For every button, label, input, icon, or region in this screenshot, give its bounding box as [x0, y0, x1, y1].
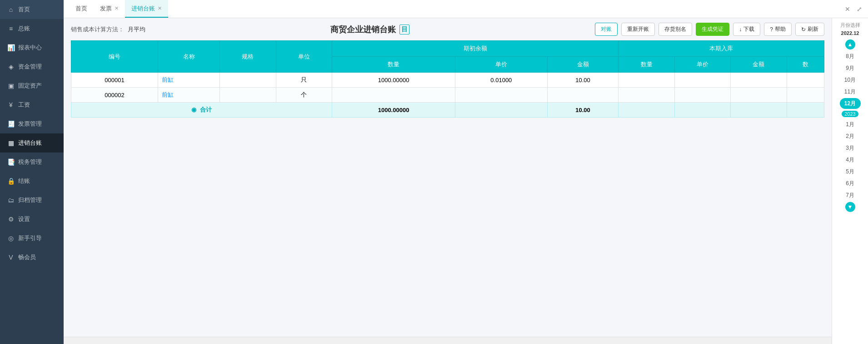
year-badge-2023: 2023: [842, 111, 858, 117]
cell-in-qty-1: [619, 73, 674, 88]
refresh-label: 刷新: [808, 25, 818, 33]
row-1-name-link[interactable]: 前缸: [162, 76, 174, 83]
ledger-icon: ≡: [7, 25, 15, 32]
toolbar-right: 对账 重新开账 存货别名 生成凭证 ↓ 下载 ? 帮助 ↻ 刷新: [595, 23, 824, 36]
total-icon: ◉: [191, 106, 196, 113]
archive-icon: 🗂: [7, 197, 15, 204]
tab-invoice-close[interactable]: ✕: [115, 6, 119, 11]
cell-init-price-1: 0.01000: [455, 73, 548, 88]
col-header-in-qty: 数量: [619, 57, 674, 73]
reopen-button[interactable]: 重新开账: [621, 23, 655, 36]
table-header-row-1: 编号 名称 规格 单位 期初余额 本期入库: [71, 41, 824, 57]
sidebar-label-guide: 新手引导: [18, 234, 42, 242]
month-item-9[interactable]: 9月: [840, 63, 861, 74]
cost-method-info: 销售成本计算方法： 月平均: [71, 25, 145, 34]
month-item-3[interactable]: 3月: [840, 143, 861, 153]
bottom-scrollbar[interactable]: [64, 337, 832, 344]
cell-unit-2: 个: [276, 88, 332, 103]
col-header-init-qty: 数量: [332, 57, 455, 73]
compare-button[interactable]: 对账: [595, 23, 618, 36]
cost-method-label: 销售成本计算方法：: [71, 26, 124, 33]
page-content: 销售成本计算方法： 月平均 商贸企业进销台账 目 对账 重新开账 存货别名 生成…: [64, 18, 868, 344]
month-nav-down[interactable]: ▼: [845, 202, 855, 212]
sidebar-label-settings: 设置: [18, 215, 30, 223]
col-header-unit: 单位: [276, 41, 332, 73]
tab-home[interactable]: 首页: [69, 0, 94, 18]
home-icon: ⌂: [7, 6, 15, 13]
cell-name-2: 前缸: [158, 88, 220, 103]
close-window-button[interactable]: ✕: [843, 5, 852, 13]
sidebar-item-vip[interactable]: V 畅会员: [0, 248, 64, 267]
save-alias-button[interactable]: 存货别名: [658, 23, 692, 36]
main-content: 首页 发票 ✕ 进销台账 ✕ ✕ ⤢ 销售成本计算方法： 月平均 商贸企业进销台…: [64, 0, 868, 344]
sidebar-item-archive-mgmt[interactable]: 🗂 归档管理: [0, 191, 64, 210]
download-label: 下载: [743, 25, 754, 33]
month-item-10[interactable]: 10月: [840, 74, 861, 85]
col-header-period-in: 本期入库: [619, 41, 824, 57]
maximize-window-button[interactable]: ⤢: [855, 5, 863, 13]
sidebar-label-home: 首页: [18, 5, 30, 14]
sidebar: ⌂ 首页 ≡ 总账 📊 报表中心 ◈ 资金管理 ▣ 固定资产 ¥ 工资 🧾 发票…: [0, 0, 64, 344]
row-2-name-link[interactable]: 前缸: [162, 91, 174, 98]
sidebar-item-purchase-sales[interactable]: ▦ 进销台账: [0, 133, 64, 152]
month-nav-up[interactable]: ▲: [845, 39, 855, 49]
sidebar-label-close-accounts: 结账: [18, 177, 30, 185]
cell-init-qty-2: [332, 88, 455, 103]
invoice-mgmt-icon: 🧾: [7, 120, 15, 128]
page-title-text: 商贸企业进销台账: [330, 24, 396, 35]
sidebar-item-close-accounts[interactable]: 🔒 结账: [0, 172, 64, 191]
total-in-price: [674, 103, 730, 118]
total-in-qty: [619, 103, 674, 118]
refresh-button[interactable]: ↻ 刷新: [795, 23, 824, 36]
tab-invoice[interactable]: 发票 ✕: [94, 0, 125, 18]
sidebar-label-funds: 资金管理: [18, 63, 42, 71]
sidebar-item-settings[interactable]: ⚙ 设置: [0, 210, 64, 229]
month-item-1[interactable]: 1月: [840, 119, 861, 130]
tab-purchase-sales[interactable]: 进销台账 ✕: [125, 0, 168, 18]
cell-in-extra-2: [787, 88, 824, 103]
table-wrapper: 编号 名称 规格 单位 期初余额 本期入库 数量 单价 金额 数量: [64, 40, 832, 337]
col-header-period-initial: 期初余额: [332, 41, 618, 57]
month-item-6[interactable]: 6月: [840, 178, 861, 189]
sidebar-item-guide[interactable]: ◎ 新手引导: [0, 229, 64, 248]
cell-in-amount-2: [731, 88, 787, 103]
cell-unit-1: 只: [276, 73, 332, 88]
table-row: 000002 前缸 个: [71, 88, 824, 103]
month-item-11[interactable]: 11月: [840, 86, 861, 97]
tax-icon: 📑: [7, 158, 15, 166]
download-icon: ↓: [739, 26, 742, 33]
month-item-5[interactable]: 5月: [840, 166, 861, 177]
month-item-7[interactable]: 7月: [840, 190, 861, 201]
col-header-init-amount: 金额: [547, 57, 619, 73]
tab-purchase-sales-close[interactable]: ✕: [158, 6, 162, 11]
sidebar-item-home[interactable]: ⌂ 首页: [0, 0, 64, 19]
sidebar-label-salary: 工资: [18, 101, 30, 109]
col-header-in-price: 单价: [674, 57, 730, 73]
col-header-init-price: 单价: [455, 57, 548, 73]
settings-icon: ⚙: [7, 216, 15, 223]
sidebar-label-fixed-assets: 固定资产: [18, 82, 42, 90]
cell-in-qty-2: [619, 88, 674, 103]
sidebar-item-reports[interactable]: 📊 报表中心: [0, 38, 64, 57]
month-item-4[interactable]: 4月: [840, 154, 861, 165]
tab-home-label: 首页: [75, 5, 87, 13]
center-panel: 销售成本计算方法： 月平均 商贸企业进销台账 目 对账 重新开账 存货别名 生成…: [64, 18, 832, 344]
sidebar-item-fixed-assets[interactable]: ▣ 固定资产: [0, 76, 64, 95]
month-item-12[interactable]: 12月: [840, 98, 861, 109]
month-item-2[interactable]: 2月: [840, 131, 861, 142]
help-button[interactable]: ? 帮助: [764, 23, 792, 36]
sidebar-item-salary[interactable]: ¥ 工资: [0, 95, 64, 114]
sidebar-item-tax-mgmt[interactable]: 📑 税务管理: [0, 152, 64, 172]
month-item-8[interactable]: 8月: [840, 51, 861, 62]
generate-voucher-button[interactable]: 生成凭证: [696, 23, 729, 36]
download-button[interactable]: ↓ 下载: [733, 23, 760, 36]
table-row: 000001 前缸 只 1000.00000 0.01000 10.00: [71, 73, 824, 88]
sidebar-item-general-ledger[interactable]: ≡ 总账: [0, 19, 64, 38]
cell-id-2: 000002: [71, 88, 158, 103]
cell-spec-2: [220, 88, 276, 103]
close-accounts-icon: 🔒: [7, 177, 15, 185]
sidebar-item-funds[interactable]: ◈ 资金管理: [0, 57, 64, 76]
sidebar-item-invoice-mgmt[interactable]: 🧾 发票管理: [0, 114, 64, 133]
total-in-amount: [731, 103, 787, 118]
reports-icon: 📊: [7, 44, 15, 51]
